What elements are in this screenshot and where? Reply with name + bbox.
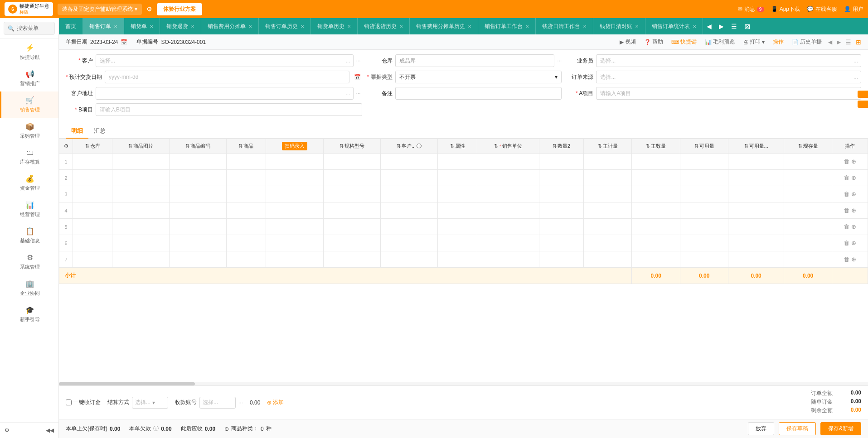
table-cell[interactable] xyxy=(784,154,832,170)
sidebar-item-base-info[interactable]: 📋 基础信息 xyxy=(0,222,58,249)
online-service-btn[interactable]: 💬 在线客服 xyxy=(807,5,837,13)
tab-expense-history[interactable]: 销售费用分摊单历史 ✕ xyxy=(410,18,478,34)
table-cell[interactable] xyxy=(112,186,170,202)
th-scan[interactable]: 扫码录入 xyxy=(266,139,323,154)
table-cell[interactable] xyxy=(73,154,112,170)
tab-return-history[interactable]: 销货退货历史 ✕ xyxy=(358,18,410,34)
table-cell[interactable] xyxy=(324,251,381,268)
order-source-input[interactable]: 选择... xyxy=(596,71,861,83)
table-cell[interactable] xyxy=(381,219,438,235)
tab-close-workbench[interactable]: ✕ xyxy=(525,24,529,29)
table-cell[interactable] xyxy=(266,251,323,268)
th-customer-code[interactable]: ⇅客户...ⓘ xyxy=(381,139,438,154)
row-copy-btn[interactable]: ⊕ xyxy=(851,240,856,246)
row-delete-btn[interactable]: 🗑 xyxy=(844,158,849,165)
table-cell[interactable] xyxy=(438,154,477,170)
help-curr-icon[interactable]: ⓘ xyxy=(153,425,159,433)
tab-workbench[interactable]: 销售订单工作台 ✕ xyxy=(478,18,536,34)
tab-close-sales-invoice[interactable]: ✕ xyxy=(150,24,153,29)
table-cell[interactable] xyxy=(728,154,784,170)
row-delete-btn[interactable]: 🗑 xyxy=(844,207,849,214)
material-panel-btn[interactable]: 物料 xyxy=(858,101,868,108)
customer-expand-icon[interactable]: ··· xyxy=(356,58,361,64)
sidebar-settings-btn[interactable]: ⚙ xyxy=(5,427,10,433)
customer-input[interactable]: 选择... xyxy=(96,54,354,67)
gear-icon[interactable]: ⚙ xyxy=(146,5,152,13)
table-cell[interactable] xyxy=(226,251,266,268)
warehouse-input[interactable]: 成品库 xyxy=(395,54,555,67)
table-cell[interactable] xyxy=(381,154,438,170)
table-cell[interactable] xyxy=(632,251,680,268)
table-cell[interactable] xyxy=(784,202,832,219)
table-cell[interactable] xyxy=(477,186,539,202)
table-cell[interactable] xyxy=(112,170,170,186)
delivery-date-input[interactable]: yyyy-mm-dd xyxy=(105,71,349,83)
table-cell[interactable] xyxy=(324,235,381,251)
row-ops[interactable]: 🗑 ⊕ xyxy=(832,251,868,268)
table-cell[interactable] xyxy=(539,186,583,202)
tab-menu-btn[interactable]: ☰ xyxy=(727,23,741,30)
table-cell[interactable] xyxy=(226,235,266,251)
tab-cash-daily[interactable]: 钱货日清工作台 ✕ xyxy=(536,18,593,34)
th-attr[interactable]: ⇅属性 xyxy=(438,139,477,154)
tab-detail[interactable]: 明细 xyxy=(66,124,88,139)
th-goods[interactable]: ⇅商品 xyxy=(226,139,266,154)
user-avatar[interactable]: 👤 用户 xyxy=(844,5,863,13)
table-cell[interactable] xyxy=(381,170,438,186)
tab-sales-order-history[interactable]: 销售订单历史 ✕ xyxy=(259,18,311,34)
tab-close-sales-order-history[interactable]: ✕ xyxy=(301,24,304,29)
table-cell[interactable] xyxy=(169,251,226,268)
table-cell[interactable] xyxy=(728,186,784,202)
table-cell[interactable] xyxy=(728,219,784,235)
print-btn[interactable]: 🖨 打印 ▾ xyxy=(741,37,766,47)
table-cell[interactable] xyxy=(539,251,583,268)
row-ops[interactable]: 🗑 ⊕ xyxy=(832,186,868,202)
table-cell[interactable] xyxy=(324,170,381,186)
sidebar-item-marketing[interactable]: 📢 营销推广 xyxy=(0,65,58,91)
table-cell[interactable] xyxy=(680,170,728,186)
th-gear[interactable]: ⚙ xyxy=(59,139,73,154)
table-cell[interactable] xyxy=(381,235,438,251)
table-cell[interactable] xyxy=(583,219,631,235)
table-cell[interactable] xyxy=(324,186,381,202)
table-cell[interactable] xyxy=(169,202,226,219)
table-cell[interactable] xyxy=(381,202,438,219)
table-cell[interactable] xyxy=(324,154,381,170)
row-ops[interactable]: 🗑 ⊕ xyxy=(832,154,868,170)
tab-close-expense-history[interactable]: ✕ xyxy=(468,24,471,29)
th-main-unit[interactable]: ⇅主计量 xyxy=(583,139,631,154)
table-cell[interactable] xyxy=(680,186,728,202)
save-draft-btn[interactable]: 保存草稿 xyxy=(779,422,816,435)
note-input[interactable] xyxy=(395,87,562,100)
quick-payment-check[interactable] xyxy=(66,399,72,405)
sidebar-item-sales[interactable]: 🛒 销售管理 xyxy=(0,91,58,118)
th-qty2[interactable]: ⇅数量2 xyxy=(539,139,583,154)
tab-next-btn[interactable]: ▶ xyxy=(715,23,727,30)
row-ops[interactable]: 🗑 ⊕ xyxy=(832,170,868,186)
table-cell[interactable] xyxy=(583,186,631,202)
table-cell[interactable] xyxy=(266,202,323,219)
table-cell[interactable] xyxy=(728,202,784,219)
table-cell[interactable] xyxy=(477,235,539,251)
app-download-btn[interactable]: 📱 App下载 xyxy=(771,5,800,13)
table-cell[interactable] xyxy=(226,154,266,170)
row-copy-btn[interactable]: ⊕ xyxy=(851,174,856,181)
scroll-bar[interactable] xyxy=(59,382,195,385)
sidebar-item-finance[interactable]: 💰 资金管理 xyxy=(0,170,58,196)
th-available2[interactable]: ⇅可用量... xyxy=(728,139,784,154)
table-cell[interactable] xyxy=(112,154,170,170)
sidebar-collapse-btn[interactable]: ◀◀ xyxy=(46,427,54,433)
payment-method-select[interactable]: 选择... ▾ xyxy=(132,397,168,409)
profit-btn[interactable]: 📊 毛利预览 xyxy=(703,37,737,47)
search-menu-btn[interactable]: 🔍 搜索菜单 xyxy=(4,22,55,35)
table-cell[interactable] xyxy=(266,170,323,186)
row-delete-btn[interactable]: 🗑 xyxy=(844,191,849,197)
table-cell[interactable] xyxy=(438,170,477,186)
table-cell[interactable] xyxy=(438,235,477,251)
view-btn[interactable]: ▶ 视频 xyxy=(618,37,638,47)
table-cell[interactable] xyxy=(632,235,680,251)
sidebar-item-purchase[interactable]: 📦 采购管理 xyxy=(0,118,58,144)
row-copy-btn[interactable]: ⊕ xyxy=(851,256,856,263)
table-cell[interactable] xyxy=(438,219,477,235)
table-cell[interactable] xyxy=(680,154,728,170)
